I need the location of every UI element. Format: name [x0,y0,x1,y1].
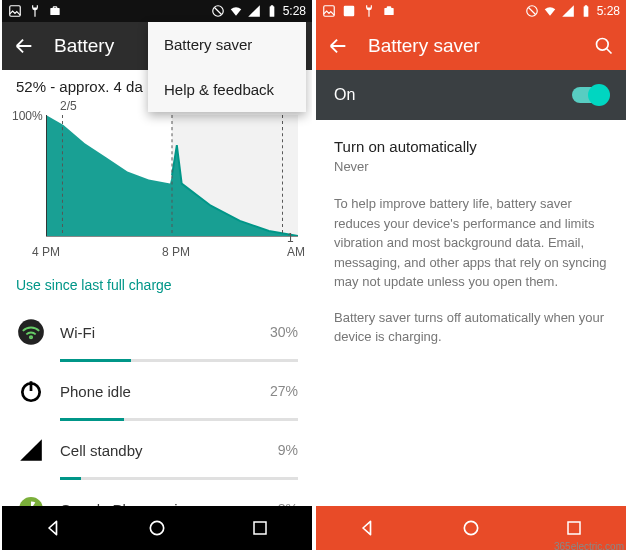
desc-p1: To help improve battery life, battery sa… [334,194,608,292]
svg-rect-13 [254,522,266,534]
nav-recent[interactable] [563,517,585,539]
signal-icon [561,4,575,18]
image-icon [322,4,336,18]
menu-item-help[interactable]: Help & feedback [148,67,306,112]
list-item[interactable]: Wi-Fi30% [16,303,298,362]
item-pct: 9% [278,442,298,458]
list-item[interactable]: Phone idle27% [16,362,298,421]
app-bar: Battery saver [316,22,626,70]
signal-icon [247,4,261,18]
usage-list: Wi-Fi30% Phone idle27% Cell standby9% Go… [2,303,312,530]
wifi-app-icon [16,317,46,347]
status-time: 5:28 [597,4,620,18]
no-sim-icon [211,4,225,18]
image-icon-2 [342,4,356,18]
item-label: Wi-Fi [60,324,95,341]
use-since-link[interactable]: Use since last full charge [2,263,312,303]
auto-title: Turn on automatically [334,138,608,155]
svg-rect-0 [10,6,21,17]
page-title: Battery saver [368,35,592,57]
toggle-row: On [316,70,626,120]
back-button[interactable] [326,34,350,58]
auto-section[interactable]: Turn on automatically Never To help impr… [316,120,626,381]
chart-xlabel-1: 8 PM [162,245,190,259]
search-button[interactable] [592,34,616,58]
chart-ylabel-100: 100% [12,109,43,123]
plug-icon [362,4,376,18]
image-icon [8,4,22,18]
list-item[interactable]: Cell standby9% [16,421,298,480]
desc-p2: Battery saver turns off automatically wh… [334,308,608,347]
wifi-icon [229,4,243,18]
nav-back[interactable] [43,517,65,539]
item-pct: 27% [270,383,298,399]
battery-saver-switch[interactable] [572,87,608,103]
svg-rect-15 [344,6,355,17]
chart-xlabel-0: 4 PM [32,245,60,259]
nav-bar [2,506,312,550]
status-time: 5:28 [283,4,306,18]
svg-rect-20 [568,522,580,534]
back-button[interactable] [12,34,36,58]
nav-home[interactable] [146,517,168,539]
auto-value: Never [334,159,608,174]
battery-saver-screen: 5:28 Battery saver On Turn on automatica… [316,0,626,550]
item-label: Phone idle [60,383,131,400]
item-pct: 30% [270,324,298,340]
overflow-menu: Battery saver Help & feedback [148,22,306,112]
menu-item-battery-saver[interactable]: Battery saver [148,22,306,67]
svg-line-18 [607,49,612,54]
plug-icon [28,4,42,18]
nav-home[interactable] [460,517,482,539]
battery-chart[interactable]: 100% 2/5 2/11 2/17 4 PM 8 PM 1 AM [16,101,298,241]
description: To help improve battery life, battery sa… [334,194,608,347]
battery-icon [265,4,279,18]
svg-point-12 [150,521,163,534]
status-bar: 5:28 [316,0,626,22]
svg-rect-14 [324,6,335,17]
nav-recent[interactable] [249,517,271,539]
nav-back[interactable] [357,517,379,539]
svg-point-19 [464,521,477,534]
briefcase-icon [382,4,396,18]
svg-point-17 [597,39,609,51]
chart-box [46,115,298,237]
battery-icon [579,4,593,18]
item-label: Cell standby [60,442,143,459]
battery-screen: 5:28 Battery Battery saver Help & feedba… [2,0,312,550]
watermark: 365electric.com [554,541,624,552]
status-bar: 5:28 [2,0,312,22]
briefcase-icon [48,4,62,18]
chart-date-0: 2/5 [60,99,77,113]
toggle-label: On [334,86,355,104]
no-sim-icon [525,4,539,18]
chart-xlabel-2: 1 AM [287,231,305,259]
cell-icon [16,435,46,465]
wifi-icon [543,4,557,18]
power-icon [16,376,46,406]
